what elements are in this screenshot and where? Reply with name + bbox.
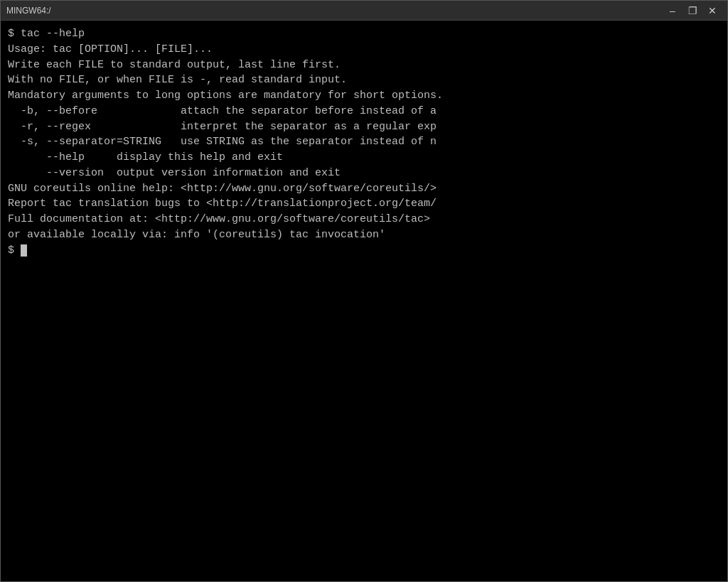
terminal-window: MINGW64:/ – ❐ ✕ $ tac --helpUsage: tac [… bbox=[0, 0, 728, 582]
terminal-line: -s, --separator=STRING use STRING as the… bbox=[8, 134, 720, 150]
terminal-line: With no FILE, or when FILE is -, read st… bbox=[8, 72, 720, 88]
terminal-line: GNU coreutils online help: <http://www.g… bbox=[8, 181, 720, 197]
terminal-output[interactable]: $ tac --helpUsage: tac [OPTION]... [FILE… bbox=[1, 21, 727, 581]
title-bar: MINGW64:/ – ❐ ✕ bbox=[1, 1, 727, 21]
terminal-line: --version output version information and… bbox=[8, 166, 720, 181]
terminal-line: Write each FILE to standard output, last… bbox=[8, 58, 720, 73]
cursor bbox=[21, 244, 27, 257]
terminal-line: Full documentation at: <http://www.gnu.o… bbox=[8, 212, 720, 227]
minimize-button[interactable]: – bbox=[663, 4, 682, 18]
terminal-line: Mandatory arguments to long options are … bbox=[8, 88, 720, 104]
window-controls: – ❐ ✕ bbox=[663, 4, 722, 18]
window-title: MINGW64:/ bbox=[6, 6, 51, 16]
terminal-line: or available locally via: info '(coreuti… bbox=[8, 227, 720, 243]
terminal-line: $ bbox=[8, 243, 720, 259]
terminal-line: --help display this help and exit bbox=[8, 150, 720, 166]
terminal-line: Report tac translation bugs to <http://t… bbox=[8, 196, 720, 212]
terminal-line: -r, --regex interpret the separator as a… bbox=[8, 119, 720, 135]
terminal-line: Usage: tac [OPTION]... [FILE]... bbox=[8, 42, 720, 58]
close-button[interactable]: ✕ bbox=[703, 4, 722, 18]
terminal-line: -b, --before attach the separator before… bbox=[8, 104, 720, 119]
restore-button[interactable]: ❐ bbox=[683, 4, 702, 18]
terminal-line: $ tac --help bbox=[8, 26, 720, 42]
